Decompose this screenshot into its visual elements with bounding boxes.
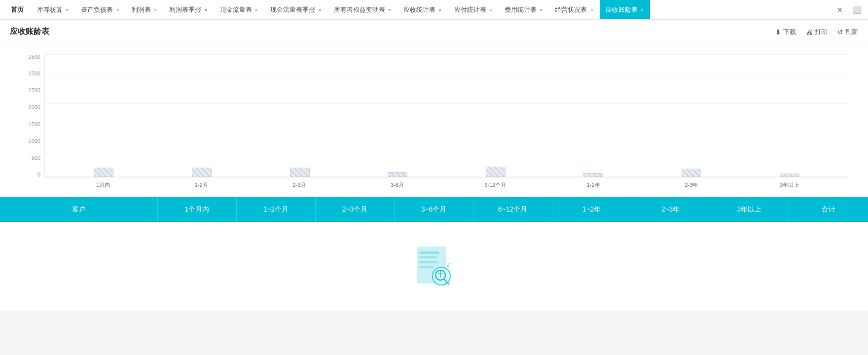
chart-container: 2500 2500 2500 2000 1500 1000 500 0 [20, 54, 848, 192]
chart-x-labels: 1月内1-2月2-3月3-6月6-12个月1-2年2-3年3年以上 [44, 178, 848, 192]
download-icon: ⬇ [775, 28, 781, 36]
table-header-4: 3~6个月 [395, 197, 473, 222]
tab-cashflow[interactable]: 现金流量表 × [214, 0, 264, 20]
close-tab-expense-stat[interactable]: × [540, 7, 542, 13]
bar-group-5 [544, 173, 643, 177]
x-label-4: 6-12个月 [446, 181, 544, 189]
tab-expense-stat[interactable]: 费用统计表 × [499, 0, 549, 20]
table-header-0: 客户 [0, 197, 158, 222]
empty-icon [409, 242, 459, 291]
bar-group-3 [349, 172, 447, 177]
refresh-button[interactable]: ↺ 刷新 [837, 28, 858, 36]
bar-1[interactable] [192, 168, 212, 177]
bar-3[interactable] [388, 172, 407, 177]
bar-group-6 [643, 169, 741, 177]
tab-payable-stat[interactable]: 应付统计表 × [448, 0, 499, 20]
close-tab-profit-quarterly[interactable]: × [204, 7, 207, 13]
close-tab-business-status[interactable]: × [590, 7, 593, 13]
y-label-500: 500 [32, 155, 40, 161]
tab-profit[interactable]: 利润表 × [126, 0, 163, 20]
y-label-1500: 1500 [29, 122, 40, 127]
bar-group-7 [740, 174, 838, 177]
close-tab-profit[interactable]: × [154, 7, 157, 13]
bar-7[interactable] [780, 174, 799, 177]
table-header: 客户1个月内1~2个月2~3个月3~6个月6~12个月1~2年2~3年3年以上合… [0, 197, 868, 222]
chart-area: 2500 2500 2500 2000 1500 1000 500 0 [0, 44, 868, 197]
chart-y-axis: 2500 2500 2500 2000 1500 1000 500 0 [20, 54, 44, 178]
download-button[interactable]: ⬇ 下载 [775, 28, 796, 36]
maximize-window-button[interactable]: ⬜ [850, 4, 864, 16]
tab-business-status[interactable]: 经营状况表 × [549, 0, 599, 20]
y-label-0: 0 [37, 172, 40, 178]
chart-bars [45, 54, 848, 177]
print-button[interactable]: 🖨 打印 [806, 28, 828, 36]
close-tab-receivable-stat[interactable]: × [438, 7, 441, 13]
table-header-5: 6~12个月 [473, 197, 552, 222]
tab-ar-aging[interactable]: 应收账龄表 × [600, 0, 650, 20]
x-label-2: 2-3月 [251, 181, 349, 189]
close-tab-cashflow[interactable]: × [255, 7, 258, 13]
y-label-2500c: 2500 [29, 88, 40, 93]
header-actions: ⬇ 下载 🖨 打印 ↺ 刷新 [775, 28, 858, 36]
bar-group-0 [55, 168, 153, 177]
close-tab-balance[interactable]: × [116, 7, 119, 13]
y-label-1000: 1000 [29, 139, 40, 144]
tab-balance[interactable]: 资产负债表 × [75, 0, 125, 20]
tab-profit-quarterly[interactable]: 利润表季报 × [163, 0, 214, 20]
close-tab-ar-aging[interactable]: × [641, 7, 644, 13]
svg-rect-4 [419, 266, 434, 268]
empty-document-svg [409, 242, 459, 296]
svg-rect-3 [419, 261, 438, 263]
svg-point-12 [449, 263, 451, 265]
x-label-6: 2-3年 [643, 181, 741, 189]
tab-bar: 首页 库存核算 × 资产负债表 × 利润表 × 利润表季报 × 现金流量表 × … [0, 0, 868, 20]
x-label-7: 3年以上 [740, 181, 838, 189]
table-header-9: 合计 [789, 197, 868, 222]
page-title: 应收账龄表 [10, 27, 49, 37]
tab-cashflow-quarterly[interactable]: 现金流量表季报 × [264, 0, 327, 20]
bar-2[interactable] [290, 168, 310, 177]
svg-point-11 [451, 271, 452, 272]
close-window-button[interactable]: ✕ [834, 4, 846, 16]
chart-plot [44, 54, 848, 178]
table-header-7: 2~3年 [631, 197, 710, 222]
print-icon: 🖨 [806, 28, 813, 36]
y-label-2000: 2000 [29, 105, 40, 110]
window-actions: ✕ ⬜ [834, 4, 864, 16]
page-header: 应收账龄表 ⬇ 下载 🖨 打印 ↺ 刷新 [0, 20, 868, 44]
tab-equity[interactable]: 所有者权益变动表 × [328, 0, 398, 20]
empty-state [0, 222, 868, 311]
main-content: 2500 2500 2500 2000 1500 1000 500 0 [0, 44, 868, 311]
tab-inventory[interactable]: 库存核算 × [31, 0, 75, 20]
bar-0[interactable] [94, 168, 113, 177]
svg-rect-2 [419, 256, 436, 258]
bar-4[interactable] [486, 167, 506, 177]
close-tab-payable-stat[interactable]: × [489, 7, 492, 13]
y-label-2500b: 2500 [29, 71, 40, 76]
x-label-1: 1-2月 [152, 181, 251, 189]
tab-receivable-stat[interactable]: 应收统计表 × [398, 0, 448, 20]
y-label-2500a: 2500 [29, 54, 40, 60]
table-header-3: 2~3个月 [316, 197, 395, 222]
table-header-8: 3年以上 [710, 197, 789, 222]
bar-5[interactable] [583, 173, 603, 177]
table-header-2: 1~2个月 [237, 197, 316, 222]
close-tab-cashflow-quarterly[interactable]: × [318, 7, 321, 13]
close-tab-inventory[interactable]: × [66, 7, 69, 13]
close-tab-equity[interactable]: × [388, 7, 391, 13]
table-header-6: 1~2年 [552, 197, 631, 222]
x-label-0: 1月内 [54, 181, 152, 189]
table-header-1: 1个月内 [158, 197, 237, 222]
tab-home[interactable]: 首页 [4, 0, 31, 20]
svg-rect-1 [419, 251, 439, 254]
x-label-5: 1-2年 [544, 181, 643, 189]
svg-point-10 [447, 265, 449, 268]
bar-6[interactable] [682, 169, 701, 177]
bar-group-1 [153, 168, 251, 177]
bar-group-2 [251, 168, 349, 177]
x-label-3: 3-6月 [348, 181, 446, 189]
bar-group-4 [447, 167, 545, 177]
refresh-icon: ↺ [837, 28, 843, 36]
